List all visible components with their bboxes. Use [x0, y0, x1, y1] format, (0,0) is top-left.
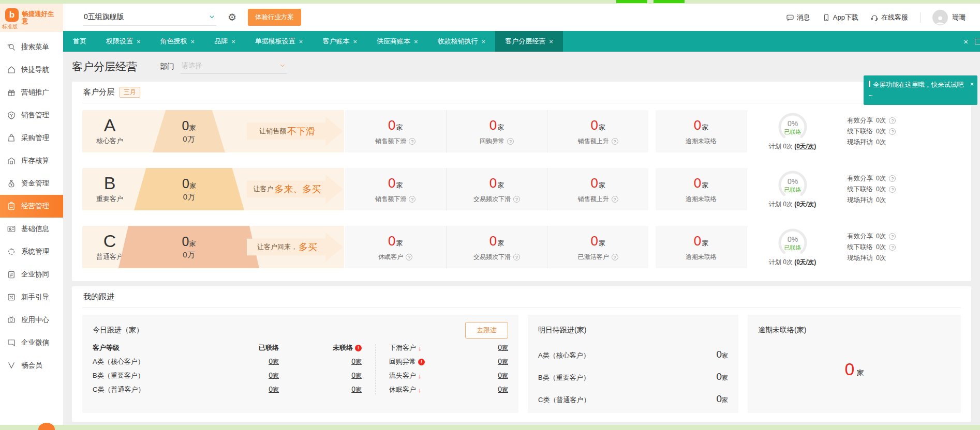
row-label: B类（重要客户）: [538, 373, 590, 382]
tooltip-close-icon[interactable]: ×: [970, 79, 974, 89]
help-icon[interactable]: ?: [889, 128, 896, 135]
tab-close-icon[interactable]: ×: [549, 38, 553, 45]
workspace-select[interactable]: 0五组旗舰版: [83, 9, 216, 26]
help-icon[interactable]: ?: [612, 254, 618, 260]
clipboard-icon: [7, 202, 16, 211]
alert-count-link[interactable]: 0家: [498, 371, 508, 380]
tab-supplier-ledger[interactable]: 供应商账本×: [367, 31, 428, 52]
tab-close-icon[interactable]: ×: [191, 38, 195, 45]
stat: 0家 销售额上升?: [547, 110, 648, 152]
alert-count-link[interactable]: 0家: [498, 357, 508, 366]
close-all-tabs-icon[interactable]: ×: [963, 37, 968, 46]
tip-bar-icon: [869, 81, 870, 87]
tab-role-auth[interactable]: 角色授权×: [151, 31, 205, 52]
plan-link[interactable]: (0天/次): [794, 143, 816, 150]
sidebar-nav: 搜索菜单 快捷导航 营销推广 销售管理 采购管理 库存核算: [0, 32, 63, 377]
tab-doc-template[interactable]: 单据模板设置×: [245, 31, 313, 52]
sidebar-item-wecom[interactable]: 企业微信: [0, 331, 63, 354]
guide-book-icon: [7, 293, 16, 302]
sidebar-item-newbie-guide[interactable]: 新手引导: [0, 286, 63, 309]
warehouse-icon: [7, 156, 16, 165]
col-header: 未联络!: [333, 343, 362, 352]
tab-list-icon[interactable]: [975, 39, 980, 44]
plan-link[interactable]: (0天/次): [794, 258, 816, 266]
layer-b-stats: 0家 销售额下滑? 0家 交易频次下滑? 0家 销售额上升?: [345, 168, 648, 210]
tab-receipt-writeoff[interactable]: 收款核销执行×: [428, 31, 496, 52]
stat: 0家 已激活客户?: [547, 226, 648, 268]
gift-icon: [7, 88, 16, 97]
fullscreen-tip-tooltip: 全屏功能在这里哦，快来试试吧~ ×: [864, 75, 977, 105]
help-icon[interactable]: ?: [889, 117, 896, 124]
uncontacted-link[interactable]: 0家: [351, 385, 362, 394]
sidebar-item-quick-nav[interactable]: 快捷导航: [0, 58, 63, 81]
stat: 0家 销售额下滑?: [345, 110, 446, 152]
plan-link[interactable]: (0天/次): [794, 201, 816, 208]
dept-select[interactable]: 请选择: [181, 59, 287, 74]
tab-brand[interactable]: 品牌×: [204, 31, 245, 52]
row-label: C类（普通客户）: [93, 385, 204, 394]
sidebar-item-system[interactable]: 系统管理: [0, 240, 63, 263]
alert-count-link[interactable]: 0家: [498, 343, 508, 352]
tabbar: 首页 权限设置× 角色授权× 品牌× 单据模板设置× 客户账本× 供应商账本× …: [63, 31, 980, 52]
tab-close-icon[interactable]: ×: [482, 38, 486, 45]
help-icon[interactable]: ?: [889, 175, 896, 182]
tab-close-icon[interactable]: ×: [137, 38, 141, 45]
help-icon[interactable]: ?: [409, 196, 415, 203]
app-download-button[interactable]: App下载: [822, 13, 858, 22]
tab-permission-settings[interactable]: 权限设置×: [96, 31, 151, 52]
contacted-link[interactable]: 0家: [269, 357, 279, 366]
help-icon[interactable]: ?: [507, 138, 514, 145]
slogan-arrow: 让销售额 不下滑: [247, 117, 343, 146]
alert-count-link[interactable]: 0家: [498, 385, 508, 394]
settings-gear-icon[interactable]: ⚙: [228, 12, 236, 22]
sidebar-item-marketing[interactable]: 营销推广: [0, 81, 63, 104]
page-header: 客户分层经营 部门 请选择: [72, 52, 971, 82]
row-value: 0家: [716, 349, 728, 360]
search-icon: [7, 42, 16, 52]
sidebar-item-search-menu[interactable]: 搜索菜单: [0, 36, 63, 58]
user-menu[interactable]: 珊珊: [932, 10, 966, 25]
stat: 0家 交易频次下滑?: [446, 226, 547, 268]
help-icon[interactable]: ?: [889, 233, 896, 240]
tab-close-icon[interactable]: ×: [231, 38, 235, 45]
tab-home[interactable]: 首页: [63, 31, 96, 52]
shopping-bag-icon: [7, 133, 16, 143]
help-icon[interactable]: ?: [513, 254, 520, 260]
uncontacted-link[interactable]: 0家: [351, 371, 362, 380]
sidebar-item-collaboration[interactable]: 企业协同: [0, 263, 63, 286]
sidebar: b 畅捷通好生意 标准版 搜索菜单 快捷导航 营销推广 销售管理: [0, 4, 63, 425]
sidebar-item-basic-info[interactable]: 基础信息: [0, 218, 63, 240]
tab-close-icon[interactable]: ×: [299, 38, 303, 45]
help-icon[interactable]: ?: [409, 138, 415, 145]
help-icon[interactable]: ?: [612, 196, 618, 203]
tomorrow-followup-panel: 明日待跟进(家) A类（核心客户）0家 B类（重要客户）0家 C类（普通客户）0…: [528, 315, 738, 413]
clipboard-sync-icon: [7, 270, 16, 279]
tab-close-icon[interactable]: ×: [414, 38, 418, 45]
help-icon[interactable]: ?: [612, 138, 618, 145]
tab-close-icon[interactable]: ×: [353, 38, 357, 45]
help-icon[interactable]: ?: [889, 244, 896, 251]
layer-rows: A 核心客户 0家 0万 让销售额 不下滑: [82, 103, 961, 268]
help-icon[interactable]: ?: [406, 254, 412, 260]
sidebar-item-operations[interactable]: 经营管理: [0, 195, 63, 218]
help-icon[interactable]: ?: [889, 186, 896, 193]
sidebar-item-inventory[interactable]: 库存核算: [0, 149, 63, 172]
online-service-button[interactable]: 在线客服: [870, 13, 908, 22]
sidebar-item-funds[interactable]: 资金管理: [0, 172, 63, 195]
uncontacted-link[interactable]: 0家: [351, 357, 362, 366]
contacted-link[interactable]: 0家: [269, 371, 279, 380]
contacted-link[interactable]: 0家: [269, 385, 279, 394]
go-followup-button[interactable]: 去跟进: [465, 322, 508, 339]
tab-customer-ledger[interactable]: 客户账本×: [313, 31, 367, 52]
contact-gauge: 0% 已联络 计划 0次 (0天/次): [747, 168, 838, 210]
help-icon[interactable]: ?: [513, 196, 520, 203]
sidebar-item-app-center[interactable]: 应用中心: [0, 309, 63, 331]
sidebar-item-sales[interactable]: 销售管理: [0, 104, 63, 127]
layer-c-stats: 0家 休眠客户? 0家 交易频次下滑? 0家 已激活客户?: [345, 226, 648, 268]
trial-plan-button[interactable]: 体验行业方案: [248, 9, 301, 26]
sidebar-item-purchase[interactable]: 采购管理: [0, 127, 63, 149]
messages-button[interactable]: 消息: [786, 13, 810, 22]
tab-customer-layering[interactable]: 客户分层经营×: [495, 31, 563, 52]
sidebar-item-member[interactable]: 畅会员: [0, 354, 63, 377]
followup-card-header: 我的跟进: [82, 286, 961, 308]
